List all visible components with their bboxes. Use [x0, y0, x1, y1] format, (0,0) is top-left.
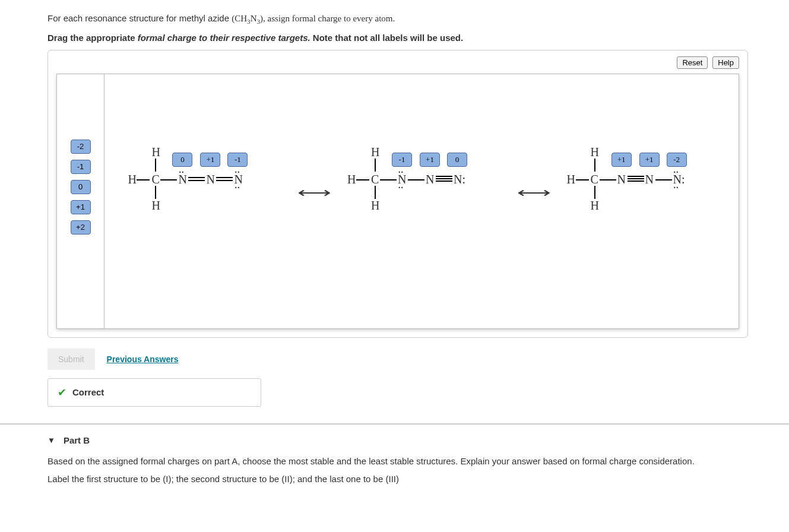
lone-pair: ..	[398, 181, 404, 191]
drag-instruction: Drag the appropriate formal charge to th…	[47, 33, 760, 43]
atom-h: H	[347, 173, 356, 186]
formula: (CH3N3), assign formal charge to every a…	[232, 14, 395, 23]
bond	[375, 186, 376, 199]
bond	[655, 179, 672, 180]
charge-chip-pos2[interactable]: +2	[71, 220, 91, 235]
checkmark-icon: ✔	[58, 386, 66, 399]
structure-1: H H C H .. N N .. N .. 0	[128, 145, 282, 240]
atom-c: C	[591, 173, 598, 186]
double-bond	[188, 177, 205, 183]
triple-bond	[436, 176, 452, 183]
question-intro: For each resonance structure for methyl …	[47, 12, 760, 27]
bond	[160, 179, 177, 180]
label-bank: -2 -1 0 +1 +2	[57, 74, 104, 328]
placed-charge[interactable]: -1	[227, 153, 248, 167]
partb-line1: Based on the assigned formal charges on …	[47, 452, 748, 470]
double-bond	[216, 177, 233, 183]
intro-text: For each resonance structure for methyl …	[47, 13, 232, 23]
part-title: Part B	[64, 435, 90, 445]
caret-down-icon: ▼	[47, 436, 55, 445]
placed-charge[interactable]: 0	[447, 153, 467, 167]
atom-h: H	[128, 173, 136, 186]
bond	[356, 179, 369, 180]
atom-h: H	[151, 145, 160, 159]
charge-chip-pos1[interactable]: +1	[71, 200, 91, 214]
atom-h: H	[371, 199, 379, 213]
structure-2: H H C H .. N .. N N: -1 +1	[347, 145, 502, 240]
placed-charge[interactable]: +1	[639, 153, 660, 167]
structure-3: H H C H N N .. N: .. +1 +1	[567, 145, 721, 240]
atom-n: N	[645, 173, 654, 186]
atom-h: H	[591, 199, 599, 213]
atom-n: N	[426, 173, 434, 186]
placed-charge[interactable]: -2	[667, 153, 687, 167]
part-b-header[interactable]: ▼ Part B	[0, 423, 789, 452]
placed-charge[interactable]: +1	[200, 153, 220, 167]
atom-n: N	[206, 173, 214, 186]
placed-charge[interactable]: +1	[420, 153, 440, 167]
bond	[375, 159, 376, 172]
atom-h: H	[591, 145, 599, 159]
feedback-correct: ✔ Correct	[47, 378, 261, 407]
bond	[576, 179, 589, 180]
atom-c: C	[371, 173, 379, 186]
atom-h: H	[151, 199, 160, 213]
atom-n: N:	[454, 173, 465, 186]
interaction-panel: Reset Help -2 -1 0 +1 +2 H H C	[47, 50, 748, 338]
previous-answers-link[interactable]: Previous Answers	[107, 354, 179, 364]
bond	[594, 186, 595, 199]
atom-n: N	[178, 173, 186, 186]
bond	[155, 186, 156, 199]
placed-charge[interactable]: -1	[392, 153, 412, 167]
part-b-body: Based on the assigned formal charges on …	[0, 452, 748, 488]
bond	[380, 179, 397, 180]
placed-charge[interactable]: +1	[611, 153, 632, 167]
charge-chip-neg1[interactable]: -1	[71, 160, 91, 174]
bond	[600, 179, 616, 180]
atom-c: C	[151, 173, 159, 186]
feedback-text: Correct	[72, 387, 104, 397]
charge-chip-0[interactable]: 0	[71, 180, 91, 194]
bond	[155, 159, 156, 172]
resonance-arrow-icon: ⟷	[517, 185, 552, 201]
lone-pair: ..	[235, 181, 240, 191]
partb-line2: Label the first structure to be (I); the…	[47, 470, 748, 488]
help-button[interactable]: Help	[712, 56, 739, 69]
placed-charge[interactable]: 0	[172, 153, 192, 167]
bond	[137, 179, 150, 180]
submit-button: Submit	[47, 349, 95, 370]
resonance-arrow-icon: ⟷	[297, 185, 332, 201]
bond	[408, 179, 424, 180]
atom-h: H	[567, 173, 575, 186]
triple-bond	[628, 176, 644, 183]
charge-chip-neg2[interactable]: -2	[71, 140, 91, 154]
drag-canvas[interactable]: -2 -1 0 +1 +2 H H C H .. N	[56, 74, 739, 329]
atom-n: N	[617, 173, 626, 186]
lone-pair: ..	[674, 181, 679, 191]
bond	[594, 159, 595, 172]
atom-h: H	[371, 145, 379, 159]
reset-button[interactable]: Reset	[677, 56, 708, 69]
